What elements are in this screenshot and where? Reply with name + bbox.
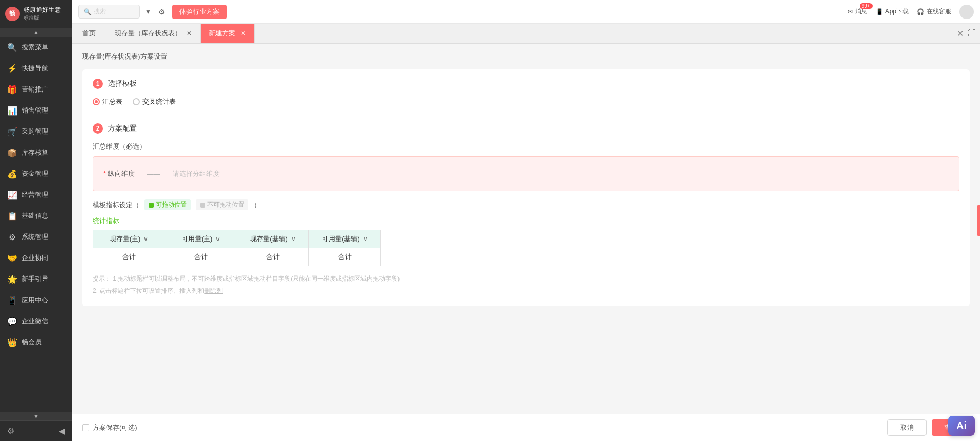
sidebar-item-wechat[interactable]: 💬 企业微信 <box>0 311 72 332</box>
sidebar-item-search[interactable]: 🔍 搜索菜单 <box>0 37 72 58</box>
expand-icon[interactable]: ⛶ <box>968 29 976 38</box>
save-label: 方案保存(可选) <box>93 423 137 432</box>
cell-1-2: 合计 <box>165 248 237 266</box>
sidebar-item-label: 企业微信 <box>22 317 48 326</box>
radio-cross-dot <box>133 98 140 105</box>
sidebar-item-label: 快捷导航 <box>22 64 48 73</box>
tab-new-scheme[interactable]: 新建方案 ✕ <box>201 24 255 43</box>
sidebar-item-label: 采购管理 <box>22 127 48 136</box>
tip-2-link: 删除列 <box>204 287 223 295</box>
sidebar-item-finance[interactable]: 💰 资金管理 <box>0 163 72 185</box>
radio-summary-label: 汇总表 <box>102 97 122 106</box>
col-header-4[interactable]: 可用量(基辅) ∨ <box>309 230 381 248</box>
axis-dash: —— <box>147 170 160 178</box>
service-icon: 🎧 <box>917 8 924 15</box>
settings-icon[interactable]: ⚙ <box>7 426 14 436</box>
sidebar-item-operation[interactable]: 📈 经营管理 <box>0 185 72 206</box>
sales-icon: 📊 <box>7 106 17 116</box>
ai-badge[interactable]: Ai <box>948 416 975 436</box>
tab-inventory-status-label: 现存量（库存状况表） <box>115 29 182 38</box>
tip-2-text: 2. 点击标题栏下拉可设置排序、插入列和 <box>93 287 204 295</box>
topbar-app-download[interactable]: 📱 App下载 <box>876 7 909 16</box>
radio-cross-label: 交叉统计表 <box>142 97 176 106</box>
sidebar-item-member[interactable]: 👑 畅会员 <box>0 332 72 353</box>
sidebar-item-purchase[interactable]: 🛒 采购管理 <box>0 121 72 142</box>
tab-inventory-close-icon[interactable]: ✕ <box>187 30 192 37</box>
content-area: 现存量(库存状况表)方案设置 1 选择模板 汇总表 交叉统计表 2 <box>72 44 980 414</box>
shortcut-icon: ⚡ <box>7 64 17 74</box>
wechat-icon: 💬 <box>7 317 17 326</box>
sidebar-item-system[interactable]: ⚙ 系统管理 <box>0 227 72 248</box>
sidebar-scroll-down[interactable]: ▼ <box>0 412 72 420</box>
save-checkbox[interactable]: 方案保存(可选) <box>82 423 137 432</box>
step1-label: 选择模板 <box>108 79 137 88</box>
app-version: 标准版 <box>24 14 61 22</box>
tip-label: 提示： <box>93 275 111 282</box>
sidebar-item-cooperation[interactable]: 🤝 企业协同 <box>0 248 72 269</box>
radio-summary[interactable]: 汇总表 <box>93 97 122 106</box>
sidebar: 畅 畅康通好生意 标准版 ▲ 🔍 搜索菜单 ⚡ 快捷导航 🎁 营销推广 📊 销售… <box>0 0 72 441</box>
tabs-expand: ✕ ⛶ <box>957 29 980 39</box>
tab-inventory-status[interactable]: 现存量（库存状况表） ✕ <box>106 24 201 43</box>
col-header-3[interactable]: 现存量(基辅) ∨ <box>237 230 309 248</box>
tab-home[interactable]: 首页 <box>72 24 106 43</box>
topbar-message[interactable]: ✉ 消息 99+ <box>848 7 867 16</box>
non-draggable-dot <box>200 203 205 208</box>
search-placeholder: 搜索 <box>94 7 106 16</box>
draggable-indicator: 可拖动位置 <box>144 199 191 210</box>
indicator-settings: 模板指标设定（ 可拖动位置 不可拖动位置 ） <box>93 199 959 210</box>
sidebar-scroll-up[interactable]: ▲ <box>0 28 72 37</box>
col-1-arrow-icon[interactable]: ∨ <box>143 235 148 243</box>
sidebar-item-basic[interactable]: 📋 基础信息 <box>0 206 72 227</box>
non-draggable-indicator: 不可拖动位置 <box>196 199 248 210</box>
sidebar-item-label: 新手引导 <box>22 274 48 284</box>
tip-2: 2. 点击标题栏下拉可设置排序、插入列和删除列 <box>93 285 959 297</box>
sidebar-item-label: 应用中心 <box>22 296 48 305</box>
trial-button[interactable]: 体验行业方案 <box>172 5 227 19</box>
cancel-button[interactable]: 取消 <box>887 419 927 436</box>
marketing-icon: 🎁 <box>7 85 17 95</box>
tab-new-scheme-close-icon[interactable]: ✕ <box>241 30 246 37</box>
col-2-arrow-icon[interactable]: ∨ <box>215 235 220 243</box>
topbar-gear-icon[interactable]: ⚙ <box>158 8 165 16</box>
sidebar-item-sales[interactable]: 📊 销售管理 <box>0 100 72 121</box>
col-header-2[interactable]: 可用量(主) ∨ <box>165 230 237 248</box>
operation-icon: 📈 <box>7 190 17 200</box>
service-label: 在线客服 <box>927 7 951 16</box>
collapse-icon[interactable]: ◀ <box>59 426 65 436</box>
col-4-arrow-icon[interactable]: ∨ <box>363 235 368 243</box>
col-1-label: 现存量(主) <box>110 234 141 244</box>
message-badge: 99+ <box>860 3 873 9</box>
topbar-dropdown[interactable]: ▼ <box>145 8 151 15</box>
sidebar-item-label: 畅会员 <box>22 338 42 347</box>
tip-title: 提示： 1.拖动标题栏可以调整布局，不可跨维度或指标区域拖动栏目字段(只能在同一… <box>93 272 959 285</box>
tip-1: 1.拖动标题栏可以调整布局，不可跨维度或指标区域拖动栏目字段(只能在同一维度或指… <box>113 275 400 282</box>
axis-placeholder: 请选择分组维度 <box>173 169 220 178</box>
indicator-settings-suffix: ） <box>253 200 260 210</box>
topbar-online-service[interactable]: 🎧 在线客服 <box>917 7 951 16</box>
axis-text: 纵向维度 <box>108 170 135 177</box>
topbar-search[interactable]: 🔍 搜索 <box>78 5 140 19</box>
sidebar-item-newbie[interactable]: 🌟 新手引导 <box>0 269 72 290</box>
tabs-bar: 首页 现存量（库存状况表） ✕ 新建方案 ✕ ✕ ⛶ <box>72 24 980 44</box>
axis-label: * 纵向维度 <box>103 169 135 178</box>
inventory-icon: 📦 <box>7 148 17 158</box>
user-avatar[interactable] <box>959 5 974 19</box>
app-name: 畅康通好生意 <box>24 6 61 14</box>
dimension-box[interactable]: * 纵向维度 —— 请选择分组维度 <box>93 156 959 191</box>
sidebar-item-inventory[interactable]: 📦 库存核算 <box>0 142 72 163</box>
checkbox-box[interactable] <box>82 424 89 431</box>
step1-header: 1 选择模板 <box>93 79 959 89</box>
newbie-icon: 🌟 <box>7 274 17 284</box>
radio-cross[interactable]: 交叉统计表 <box>133 97 176 106</box>
col-3-arrow-icon[interactable]: ∨ <box>291 235 296 243</box>
sidebar-item-shortcut[interactable]: ⚡ 快捷导航 <box>0 58 72 79</box>
indicator-settings-label: 模板指标设定（ <box>93 200 139 210</box>
stats-table-header-row: 现存量(主) ∨ 可用量(主) ∨ 现存量(基辅 <box>93 230 381 248</box>
sidebar-item-app-center[interactable]: 📱 应用中心 <box>0 290 72 311</box>
cell-1-3: 合计 <box>237 248 309 266</box>
sidebar-item-marketing[interactable]: 🎁 营销推广 <box>0 79 72 100</box>
page-title: 现存量(库存状况表)方案设置 <box>82 52 970 61</box>
close-panel-icon[interactable]: ✕ <box>957 29 964 39</box>
col-header-1[interactable]: 现存量(主) ∨ <box>93 230 165 248</box>
